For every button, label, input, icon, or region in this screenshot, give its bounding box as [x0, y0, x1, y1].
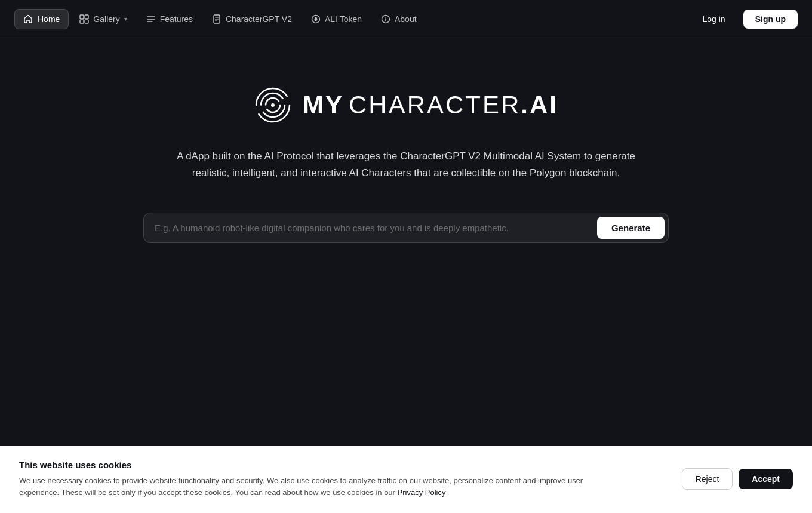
nav-home-button[interactable]: Home [14, 9, 69, 29]
hero-subtitle: A dApp built on the AI Protocol that lev… [173, 148, 639, 182]
nav-charactergpt-button[interactable]: CharacterGPT V2 [204, 10, 300, 29]
svg-rect-0 [80, 15, 84, 19]
nav-gallery-button[interactable]: Gallery ▾ [71, 10, 135, 29]
nav-charactergpt-label: CharacterGPT V2 [226, 14, 292, 24]
generate-container: Generate [143, 213, 669, 243]
nav-about-button[interactable]: About [373, 10, 425, 29]
cookie-text-block: This website uses cookies We use necessa… [19, 460, 668, 499]
character-description-input[interactable] [155, 218, 597, 238]
main-content: MY CHARACTER .AI A dApp built on the AI … [0, 38, 812, 243]
cookie-description: We use necessary cookies to provide webs… [19, 475, 604, 499]
logo-icon [254, 86, 292, 124]
signup-button[interactable]: Sign up [743, 10, 798, 29]
home-icon [23, 14, 33, 24]
ali-token-icon [311, 14, 321, 24]
logo-text: MY CHARACTER .AI [303, 91, 558, 119]
svg-rect-3 [85, 20, 88, 23]
nav-features-button[interactable]: Features [138, 10, 201, 29]
cookie-banner: This website uses cookies We use necessa… [0, 446, 812, 513]
nav-about-label: About [395, 14, 417, 24]
nav-left: Home Gallery ▾ Feat [14, 9, 687, 29]
nav-right: Log in Sign up [692, 10, 798, 29]
features-icon [146, 14, 156, 24]
logo-container: MY CHARACTER .AI [254, 86, 558, 124]
nav-home-label: Home [38, 14, 60, 24]
document-icon [212, 14, 222, 24]
svg-rect-1 [85, 15, 88, 19]
svg-point-14 [385, 17, 386, 18]
accept-button[interactable]: Accept [739, 469, 793, 489]
generate-button[interactable]: Generate [597, 217, 665, 239]
svg-point-21 [271, 103, 275, 107]
logo-my: MY [303, 91, 344, 119]
nav-features-label: Features [160, 14, 193, 24]
logo-ai: .AI [521, 91, 558, 119]
cookie-title: This website uses cookies [19, 460, 668, 470]
info-icon [381, 14, 390, 24]
cookie-buttons: Reject Accept [682, 468, 793, 490]
nav-ali-token-button[interactable]: ALI Token [303, 10, 370, 29]
navbar: Home Gallery ▾ Feat [0, 0, 812, 38]
privacy-policy-link[interactable]: Privacy Policy [398, 488, 446, 497]
gallery-icon [79, 14, 89, 24]
nav-gallery-label: Gallery [93, 14, 119, 24]
login-button[interactable]: Log in [692, 10, 736, 29]
nav-ali-label: ALI Token [325, 14, 362, 24]
logo-character: CHARACTER [349, 91, 521, 119]
svg-rect-2 [80, 20, 84, 23]
reject-button[interactable]: Reject [682, 468, 733, 490]
chevron-down-icon: ▾ [124, 16, 127, 22]
